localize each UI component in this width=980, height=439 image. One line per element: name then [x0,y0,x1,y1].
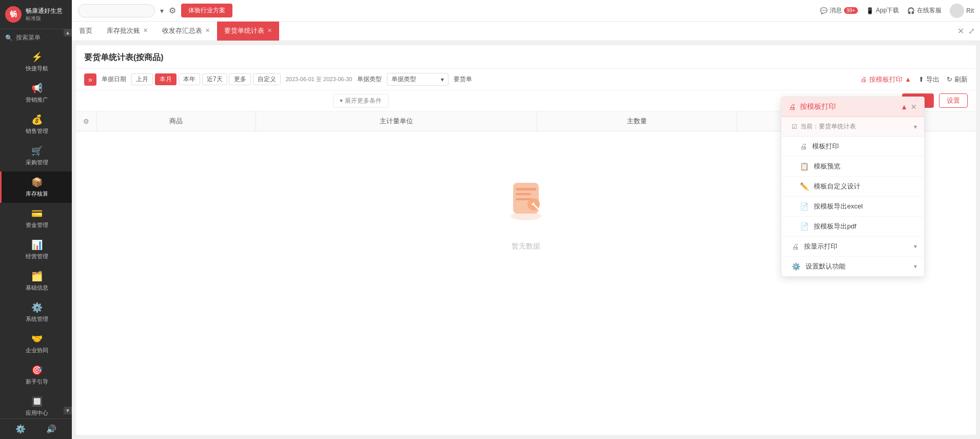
page-content: 要货单统计表(按商品) » 单据日期 上月 本月 本年 近7天 更多 自定义 2… [76,45,976,435]
sidebar-item-sales[interactable]: 💰 销售管理 [0,109,72,140]
sidebar-item-operations[interactable]: 📊 经营管理 [0,234,72,265]
sidebar-item-apps[interactable]: 🔲 应用中心 [0,391,72,418]
expand-filter-button[interactable]: » [84,73,96,86]
basic-icon: 🗂️ [31,271,43,282]
sidebar-item-guide[interactable]: 🎯 新手引导 [0,359,72,391]
sidebar-item-label: 库存核算 [26,190,48,198]
printer-header-icon: 🖨 [789,103,796,111]
sidebar-item-label: 快捷导航 [26,65,48,72]
expand-more-button[interactable]: ▾ 展开更多条件 [333,94,388,108]
sidebar-item-quick-nav[interactable]: ⚡ 快捷导航 [0,46,72,78]
logo-icon: 畅 [5,6,22,23]
export-button[interactable]: ⬆ 导出 [918,75,939,84]
th-gear[interactable]: ⚙ [76,111,96,131]
close-tab-button[interactable]: ✕ [957,26,964,36]
headset-icon: 🎧 [907,7,915,14]
avatar-button[interactable]: Rit [950,4,974,18]
export-icon: ⬆ [918,75,924,83]
quick-nav-icon: ⚡ [31,51,43,63]
online-service-button[interactable]: 🎧 在线客服 [907,6,942,15]
empty-text: 暂无数据 [512,242,540,251]
topbar-right: 💬 消息 99+ 📱 App下载 🎧 在线客服 Rit [820,4,974,18]
date-btn-last-month[interactable]: 上月 [131,73,153,85]
order-type-select[interactable]: 单据类型 ▾ [387,73,448,86]
app-download-button[interactable]: 📱 App下载 [866,6,899,15]
refresh-icon: ↻ [947,75,952,83]
date-btn-this-month[interactable]: 本月 [155,73,177,85]
date-range-display: 2023-06-01 至 2023-06-30 [286,75,352,83]
topbar-dropdown-arrow[interactable]: ▾ [160,7,164,15]
search-menu-button[interactable]: 🔍 搜索菜单 [0,29,72,46]
dropdown-item-export-pdf[interactable]: 📄 按模板导出pdf [781,217,924,237]
date-btn-custom[interactable]: 自定义 [253,73,281,85]
dropdown-item-template-print[interactable]: 🖨 模板打印 [781,137,924,157]
date-btn-7days[interactable]: 近7天 [202,73,227,85]
chevron-down-icon: ▾ [441,76,444,83]
empty-illustration [500,173,552,234]
sidebar-item-label: 营销推广 [26,96,48,104]
set-default-item-icon: ⚙️ [792,262,800,271]
template-print-dropdown: 🖨 按模板打印 ▲ ✕ ☑ 当前：要货单统计表 ▾ 🖨 模板打印 [781,97,925,277]
date-filter-label: 单据日期 [102,75,126,84]
dropdown-item-template-preview[interactable]: 📋 模板预览 [781,157,924,177]
sidebar-item-inventory[interactable]: 📦 库存核算 [0,171,72,203]
settings-button[interactable]: 设置 [939,93,968,108]
sidebar-item-label: 采购管理 [26,159,48,166]
dropdown-item-set-default[interactable]: ⚙️ 设置默认功能 ▾ [781,257,924,276]
sidebar-item-basic[interactable]: 🗂️ 基础信息 [0,265,72,297]
dropdown-item-export-excel[interactable]: 📄 按模板导出excel [781,197,924,217]
refresh-button[interactable]: ↻ 刷新 [947,75,968,84]
expand-tab-button[interactable]: ⤢ [968,26,975,36]
system-icon: ⚙️ [31,302,43,313]
trial-button[interactable]: 体验行业方案 [181,4,232,17]
sidebar-item-purchase[interactable]: 🛒 采购管理 [0,140,72,171]
sidebar: 畅 畅康通好生意 标准版 🔍 搜索菜单 ⚡ 快捷导航 📢 营销推广 💰 销售管理… [0,0,72,439]
dropdown-header-label: 按模板打印 [800,102,836,111]
user-avatar [950,4,964,18]
topbar-search-input[interactable] [78,4,155,17]
sidebar-scroll-down[interactable]: ▼ [64,407,72,414]
sidebar-item-label: 企业协同 [26,347,48,354]
tab-close-receipt-summary[interactable]: ✕ [205,27,210,34]
sidebar-item-finance[interactable]: 💳 资金管理 [0,203,72,234]
user-name: Rit [966,7,974,14]
chevron-down-icon: ▾ [340,97,343,104]
tabs-actions: ✕ ⤢ [957,22,980,41]
page-title: 要货单统计表(按商品) [76,45,976,69]
operations-icon: 📊 [31,239,43,251]
template-print-button[interactable]: 🖨 按模板打印 ▲ [860,75,911,84]
dropdown-item-template-custom[interactable]: ✏️ 模板自定义设计 [781,177,924,197]
order-type-label: 单据类型 [357,75,382,84]
date-btn-more[interactable]: 更多 [229,73,251,85]
template-preview-item-icon: 📋 [800,162,809,170]
sidebar-item-marketing[interactable]: 📢 营销推广 [0,78,72,109]
th-qty: 主数量 [537,111,737,131]
messages-badge: 99+ [844,7,858,14]
tab-close-order-stats[interactable]: ✕ [267,27,272,34]
tab-inventory-batch[interactable]: 库存批次账 ✕ [100,22,155,41]
tab-close-inventory-batch[interactable]: ✕ [143,27,148,34]
main-content: ▾ ⚙ 体验行业方案 💬 消息 99+ 📱 App下载 🎧 在线客服 Rit [72,0,980,439]
topbar-gear-icon[interactable]: ⚙ [169,6,176,15]
date-btn-this-year[interactable]: 本年 [179,73,200,85]
sidebar-item-enterprise[interactable]: 🤝 企业协同 [0,328,72,359]
export-excel-item-icon: 📄 [800,202,809,211]
sidebar-scroll-up[interactable]: ▲ [64,29,72,36]
messages-button[interactable]: 💬 消息 99+ [820,6,858,15]
sidebar-item-system[interactable]: ⚙️ 系统管理 [0,297,72,328]
tab-home[interactable]: 首页 [72,22,100,41]
sidebar-item-label: 基础信息 [26,284,48,292]
tab-order-stats[interactable]: 要货单统计表 ✕ [217,22,279,41]
dropdown-close-icon[interactable]: ✕ [911,103,917,111]
dropdown-item-display-print[interactable]: 🖨 按显示打印 ▾ [781,237,924,257]
sidebar-bottom: ⚙️ 🔊 [0,418,72,439]
sidebar-nav: ⚡ 快捷导航 📢 营销推广 💰 销售管理 🛒 采购管理 📦 库存核算 💳 资金管… [0,46,72,418]
export-pdf-item-icon: 📄 [800,222,809,231]
tab-receipt-summary[interactable]: 收发存汇总表 ✕ [155,22,217,41]
sidebar-settings-icon[interactable]: ⚙️ [15,424,26,434]
display-print-arrow-icon: ▾ [914,243,917,250]
order-goods-label: 要货单 [454,75,472,84]
tabs-bar: 首页 库存批次账 ✕ 收发存汇总表 ✕ 要货单统计表 ✕ ✕ ⤢ [72,22,980,41]
sidebar-sound-icon[interactable]: 🔊 [46,424,56,434]
page-toolbar: » 单据日期 上月 本月 本年 近7天 更多 自定义 2023-06-01 至 … [76,69,976,90]
